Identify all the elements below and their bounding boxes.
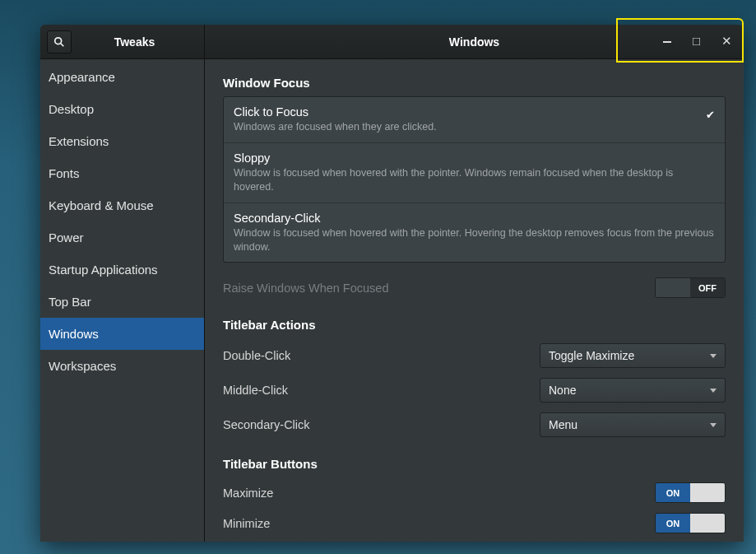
focus-option-secondary[interactable]: Secondary-Click Window is focused when h… xyxy=(224,203,725,263)
focus-option-title: Secondary-Click xyxy=(234,212,715,225)
raise-windows-label: Raise Windows When Focused xyxy=(223,282,655,295)
maximize-label: Maximize xyxy=(223,486,655,500)
chevron-down-icon xyxy=(710,354,717,358)
chevron-down-icon xyxy=(710,423,717,427)
minimize-toggle[interactable]: ON xyxy=(655,513,726,533)
double-click-dropdown[interactable]: Toggle Maximize xyxy=(540,343,726,368)
sidebar: Appearance Desktop Extensions Fonts Keyb… xyxy=(40,59,205,542)
header-bar: Tweaks Windows □ ✕ xyxy=(40,25,744,59)
focus-option-desc: Window is focused when hovered with the … xyxy=(234,226,715,254)
minimize-row: Minimize ON xyxy=(223,508,726,538)
focus-mode-group: Click to Focus Windows are focused when … xyxy=(223,96,726,263)
minimize-button[interactable] xyxy=(663,35,671,47)
sidebar-item-fonts[interactable]: Fonts xyxy=(40,157,204,189)
maximize-toggle[interactable]: ON xyxy=(655,482,726,503)
svg-point-0 xyxy=(55,37,62,44)
focus-option-desc: Windows are focused when they are clicke… xyxy=(234,120,699,134)
focus-option-click[interactable]: Click to Focus Windows are focused when … xyxy=(224,97,725,143)
secondary-click-row: Secondary-Click Menu xyxy=(223,407,726,442)
sidebar-item-workspaces[interactable]: Workspaces xyxy=(40,350,204,382)
sidebar-item-appearance[interactable]: Appearance xyxy=(40,61,204,93)
maximize-row: Maximize ON xyxy=(223,477,726,508)
window-controls: □ ✕ xyxy=(616,18,744,63)
focus-option-desc: Window is focused when hovered with the … xyxy=(234,166,715,194)
tweaks-window: Tweaks Windows □ ✕ Appearance Desktop Ex… xyxy=(40,25,744,542)
header-right: Windows □ ✕ xyxy=(205,25,744,58)
search-icon xyxy=(53,36,65,48)
chevron-down-icon xyxy=(710,389,717,393)
sidebar-item-keyboard-mouse[interactable]: Keyboard & Mouse xyxy=(40,189,204,221)
app-title: Tweaks xyxy=(72,35,197,49)
sidebar-item-desktop[interactable]: Desktop xyxy=(40,93,204,125)
focus-option-title: Click to Focus xyxy=(234,105,699,119)
close-button[interactable]: ✕ xyxy=(721,35,732,47)
window-body: Appearance Desktop Extensions Fonts Keyb… xyxy=(40,59,744,542)
sidebar-item-windows[interactable]: Windows xyxy=(40,318,204,350)
sidebar-item-extensions[interactable]: Extensions xyxy=(40,125,204,157)
middle-click-row: Middle-Click None xyxy=(223,373,726,407)
svg-line-1 xyxy=(61,43,64,46)
double-click-label: Double-Click xyxy=(223,349,540,362)
minimize-label: Minimize xyxy=(223,517,655,530)
section-titlebar-actions-title: Titlebar Actions xyxy=(223,318,726,332)
focus-option-sloppy[interactable]: Sloppy Window is focused when hovered wi… xyxy=(224,143,725,203)
check-icon: ✔ xyxy=(706,109,715,121)
header-left: Tweaks xyxy=(40,25,205,58)
sidebar-item-power[interactable]: Power xyxy=(40,221,204,254)
raise-windows-toggle[interactable]: OFF xyxy=(655,277,726,298)
secondary-click-label: Secondary-Click xyxy=(223,418,540,431)
content: Window Focus Click to Focus Windows are … xyxy=(205,59,744,542)
middle-click-label: Middle-Click xyxy=(223,384,540,397)
secondary-click-dropdown[interactable]: Menu xyxy=(540,412,726,437)
section-window-focus-title: Window Focus xyxy=(223,76,726,90)
sidebar-item-startup-applications[interactable]: Startup Applications xyxy=(40,254,204,286)
double-click-row: Double-Click Toggle Maximize xyxy=(223,338,726,373)
middle-click-dropdown[interactable]: None xyxy=(540,378,726,403)
raise-windows-row: Raise Windows When Focused OFF xyxy=(223,272,726,303)
sidebar-item-top-bar[interactable]: Top Bar xyxy=(40,286,204,318)
section-titlebar-buttons-title: Titlebar Buttons xyxy=(223,457,726,471)
search-button[interactable] xyxy=(47,30,72,54)
focus-option-title: Sloppy xyxy=(234,151,715,165)
maximize-button[interactable]: □ xyxy=(693,35,700,47)
